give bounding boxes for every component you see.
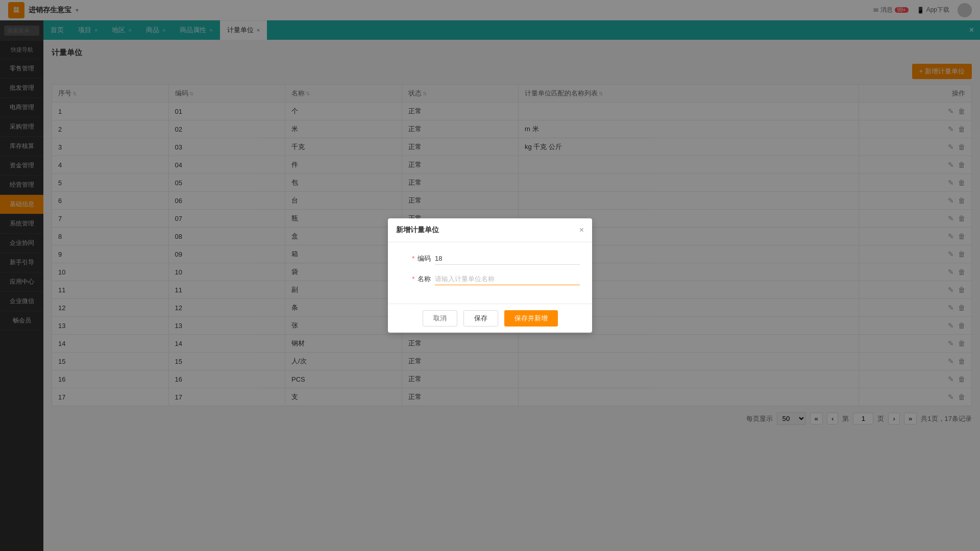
modal-body: * 编码 * 名称 (388, 242, 592, 304)
name-input[interactable] (435, 273, 580, 285)
modal-close-btn[interactable]: × (579, 226, 584, 235)
modal-title: 新增计量单位 (396, 226, 439, 235)
name-form-row: * 名称 (400, 273, 580, 285)
code-form-row: * 编码 (400, 253, 580, 265)
save-button[interactable]: 保存 (463, 310, 498, 327)
code-label: * 编码 (400, 254, 431, 263)
save-and-new-button[interactable]: 保存并新增 (504, 310, 558, 327)
add-unit-modal: 新增计量单位 × * 编码 * 名称 取消 保存 保存并新增 (388, 218, 592, 333)
modal-footer: 取消 保存 保存并新增 (388, 304, 592, 333)
cancel-button[interactable]: 取消 (423, 310, 457, 327)
modal-header: 新增计量单位 × (388, 218, 592, 242)
code-input[interactable] (435, 253, 580, 265)
modal-overlay[interactable]: 新增计量单位 × * 编码 * 名称 取消 保存 保存并新增 (0, 0, 980, 551)
name-label: * 名称 (400, 274, 431, 284)
